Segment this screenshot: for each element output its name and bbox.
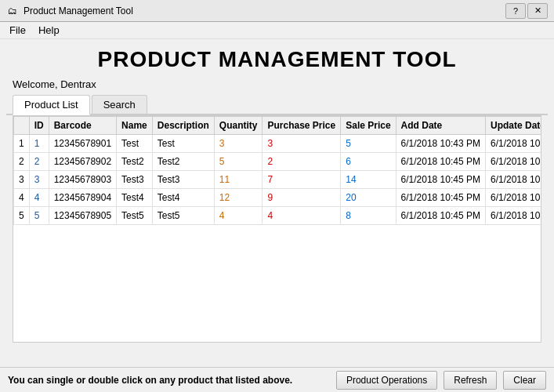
table-row[interactable]: 3312345678903Test3Test3117146/1/2018 10:…: [14, 171, 542, 189]
table-header-row: ID Barcode Name Description Quantity Pur…: [14, 117, 542, 135]
table-cell-7: 5: [341, 135, 396, 153]
table-cell-0: 5: [14, 207, 30, 225]
menu-file[interactable]: File: [3, 23, 32, 38]
title-bar: 🗂 Product Management Tool ? ✕: [0, 0, 554, 22]
table-cell-1: 2: [29, 153, 49, 171]
col-header-description: Description: [152, 117, 214, 135]
col-header-rownum: [14, 117, 30, 135]
welcome-text: Welcome, Dentrax: [6, 77, 548, 92]
table-cell-4: Test3: [152, 171, 214, 189]
table-cell-3: Test: [117, 135, 153, 153]
col-header-id: ID: [29, 117, 49, 135]
table-cell-8: 6/1/2018 10:45 PM: [396, 153, 485, 171]
table-row[interactable]: 1112345678901TestTest3356/1/2018 10:43 P…: [14, 135, 542, 153]
refresh-button[interactable]: Refresh: [444, 371, 497, 390]
col-header-quantity: Quantity: [214, 117, 263, 135]
table-cell-3: Test4: [117, 189, 153, 207]
table-cell-4: Test5: [152, 207, 214, 225]
table-cell-5: 12: [214, 189, 263, 207]
table-cell-9: 6/1/2018 10:45 PM: [486, 189, 542, 207]
product-table-container: ID Barcode Name Description Quantity Pur…: [13, 115, 541, 343]
table-cell-0: 3: [14, 171, 30, 189]
col-header-add-date: Add Date: [396, 117, 485, 135]
col-header-purchase-price: Purchase Price: [263, 117, 341, 135]
table-row[interactable]: 2212345678902Test2Test25266/1/2018 10:45…: [14, 153, 542, 171]
table-cell-3: Test2: [117, 153, 153, 171]
table-row[interactable]: 4412345678904Test4Test4129206/1/2018 10:…: [14, 189, 542, 207]
table-cell-8: 6/1/2018 10:43 PM: [396, 135, 485, 153]
help-button[interactable]: ?: [505, 3, 526, 19]
col-header-name: Name: [117, 117, 153, 135]
table-cell-4: Test2: [152, 153, 214, 171]
table-cell-8: 6/1/2018 10:45 PM: [396, 171, 485, 189]
col-header-update-date: Update Date: [486, 117, 542, 135]
tab-bar: Product List Search: [6, 92, 548, 115]
table-cell-1: 1: [29, 135, 49, 153]
table-cell-2: 12345678904: [49, 189, 116, 207]
table-cell-0: 1: [14, 135, 30, 153]
table-cell-3: Test5: [117, 207, 153, 225]
table-cell-4: Test: [152, 135, 214, 153]
clear-button[interactable]: Clear: [503, 371, 546, 390]
col-header-sale-price: Sale Price: [341, 117, 396, 135]
product-operations-button[interactable]: Product Operations: [336, 371, 437, 390]
table-cell-9: 6/1/2018 10:45 PM: [486, 171, 542, 189]
table-cell-6: 4: [263, 207, 341, 225]
table-row[interactable]: 5512345678905Test5Test54486/1/2018 10:45…: [14, 207, 542, 225]
table-cell-0: 2: [14, 153, 30, 171]
table-cell-7: 6: [341, 153, 396, 171]
title-bar-text: Product Management Tool: [24, 5, 505, 16]
close-button[interactable]: ✕: [527, 3, 548, 19]
table-cell-9: 6/1/2018 10:43 PM: [486, 135, 542, 153]
app-title: PRODUCT MANAGEMENT TOOL: [6, 39, 548, 77]
table-cell-5: 4: [214, 207, 263, 225]
table-cell-8: 6/1/2018 10:45 PM: [396, 207, 485, 225]
table-cell-4: Test4: [152, 189, 214, 207]
table-cell-6: 7: [263, 171, 341, 189]
table-cell-2: 12345678903: [49, 171, 116, 189]
table-cell-5: 5: [214, 153, 263, 171]
status-text: You can single or double click on any pr…: [8, 375, 330, 386]
table-cell-6: 2: [263, 153, 341, 171]
table-cell-5: 3: [214, 135, 263, 153]
table-cell-2: 12345678901: [49, 135, 116, 153]
table-cell-9: 6/1/2018 10:45 PM: [486, 207, 542, 225]
main-content: PRODUCT MANAGEMENT TOOL Welcome, Dentrax…: [0, 39, 554, 343]
bottom-bar: You can single or double click on any pr…: [0, 367, 554, 392]
title-bar-controls: ? ✕: [505, 3, 548, 19]
tab-search[interactable]: Search: [92, 95, 147, 114]
table-cell-8: 6/1/2018 10:45 PM: [396, 189, 485, 207]
table-cell-1: 3: [29, 171, 49, 189]
table-cell-6: 3: [263, 135, 341, 153]
table-cell-1: 5: [29, 207, 49, 225]
table-cell-3: Test3: [117, 171, 153, 189]
table-cell-9: 6/1/2018 10:45 PM: [486, 153, 542, 171]
table-cell-7: 8: [341, 207, 396, 225]
menu-help[interactable]: Help: [32, 23, 66, 38]
table-cell-7: 20: [341, 189, 396, 207]
table-cell-6: 9: [263, 189, 341, 207]
table-cell-2: 12345678902: [49, 153, 116, 171]
tab-product-list[interactable]: Product List: [13, 95, 90, 115]
col-header-barcode: Barcode: [49, 117, 116, 135]
app-icon: 🗂: [6, 5, 19, 17]
table-cell-7: 14: [341, 171, 396, 189]
table-cell-2: 12345678905: [49, 207, 116, 225]
table-body: 1112345678901TestTest3356/1/2018 10:43 P…: [14, 135, 542, 225]
product-table: ID Barcode Name Description Quantity Pur…: [13, 116, 541, 225]
table-cell-1: 4: [29, 189, 49, 207]
menu-bar: File Help: [0, 22, 554, 39]
table-cell-0: 4: [14, 189, 30, 207]
table-cell-5: 11: [214, 171, 263, 189]
